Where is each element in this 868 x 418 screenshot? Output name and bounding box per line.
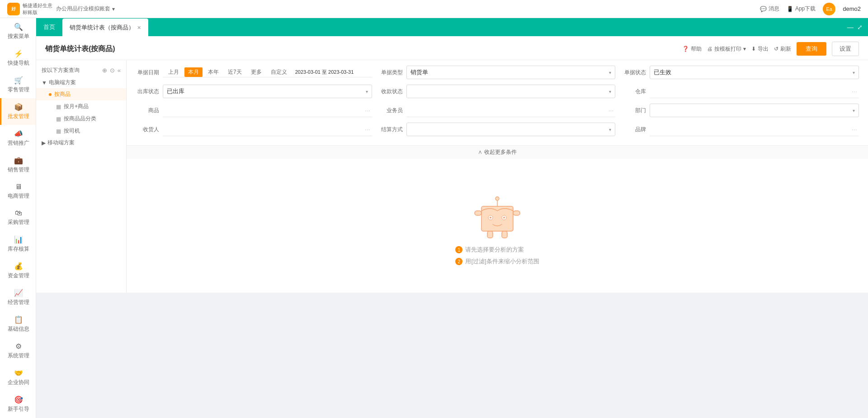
sidebar-item-wholesale[interactable]: 📦 批发管理	[0, 98, 36, 125]
sidebar-item-operation[interactable]: 📈 经营管理	[0, 284, 36, 311]
sidebar-label-operation: 经营管理	[8, 299, 29, 306]
sidebar-label-enterprise: 企业协同	[8, 379, 29, 386]
sidebar-item-guide[interactable]: 🎯 新手引导	[0, 391, 36, 418]
brand-cell: 品牌 ···	[623, 123, 859, 136]
warehouse-input[interactable]: ···	[650, 85, 859, 98]
settlement-select[interactable]: ▾	[406, 123, 616, 136]
content-area: 首页 销货单统计表（按商品） ✕ — ⤢ 销货单统计表(按商品) ❓	[36, 18, 868, 418]
tab-home[interactable]: 首页	[36, 18, 62, 36]
page-title: 销货单统计表(按商品)	[45, 44, 115, 54]
sidebar-item-enterprise[interactable]: 🤝 企业协同	[0, 364, 36, 391]
goods-dots[interactable]: ···	[365, 107, 370, 114]
sidebar-item-shortcut[interactable]: ⚡ 快捷导航	[0, 45, 36, 71]
sidebar-item-retail[interactable]: 🛒 零售管理	[0, 71, 36, 98]
help-icon: ❓	[682, 46, 689, 52]
sidebar-item-system[interactable]: ⚙ 系统管理	[0, 337, 36, 364]
title-actions: ❓ 帮助 🖨 按模板打印 ▾ ⬇ 导出 ↺	[682, 42, 859, 56]
sidebar-item-inventory[interactable]: 📊 库存核算	[0, 231, 36, 257]
message-button[interactable]: 💬 消息	[760, 5, 779, 13]
tree-item-month-goods[interactable]: ▦ 按月+商品	[36, 100, 126, 113]
query-button[interactable]: 查询	[797, 42, 826, 56]
export-button[interactable]: ⬇ 导出	[751, 45, 769, 53]
tree-item-goods-category[interactable]: ▦ 按商品品分类	[36, 113, 126, 125]
sidebar-label-search: 搜索菜单	[8, 33, 29, 40]
scheme-settings-icon[interactable]: ⊙	[110, 67, 115, 74]
date-tab-last-month[interactable]: 上月	[165, 67, 183, 77]
out-status-select[interactable]: 已出库 ▾	[163, 85, 372, 98]
top-header: 好 畅捷通好生意 标账版 办公用品行业模拟账套 ▾ 💬 消息 📱 App下载 E…	[0, 0, 868, 18]
brand-label: 品牌	[623, 126, 650, 133]
payment-status-cell: 收款状态 ▾	[379, 85, 616, 98]
goods-input[interactable]: ···	[163, 104, 372, 117]
payment-status-select[interactable]: ▾	[406, 85, 616, 98]
app-download-button[interactable]: 📱 App下载	[787, 5, 816, 13]
brand-input[interactable]: ···	[650, 123, 859, 136]
retail-icon: 🛒	[14, 76, 23, 85]
enterprise-icon: 🤝	[14, 369, 23, 377]
date-tab-this-month[interactable]: 本月	[184, 67, 203, 77]
collapse-panel-icon[interactable]: «	[118, 67, 121, 74]
print-icon: 🖨	[707, 46, 712, 52]
sidebar-item-search[interactable]: 🔍 搜索菜单	[0, 18, 36, 45]
help-button[interactable]: ❓ 帮助	[682, 45, 702, 53]
receiver-cell: 收货人 ···	[136, 123, 372, 136]
page-inner: 销货单统计表(按商品) ❓ 帮助 🖨 按模板打印 ▾ ⬇	[36, 36, 868, 293]
date-tab-this-year[interactable]: 本年	[204, 67, 222, 77]
operation-icon: 📈	[14, 289, 23, 297]
tree-item-by-goods[interactable]: 按商品	[36, 88, 126, 100]
sidebar-item-marketing[interactable]: 📣 营销推广	[0, 125, 36, 152]
warehouse-dots[interactable]: ···	[852, 88, 857, 95]
doc-type-label: 单据类型	[379, 69, 406, 76]
header-left: 好 畅捷通好生意 标账版 办公用品行业模拟账套 ▾	[7, 2, 115, 15]
sidebar-label-marketing: 营销推广	[8, 139, 29, 147]
svg-rect-8	[513, 211, 520, 215]
tab-maximize-icon[interactable]: ⤢	[857, 24, 863, 31]
message-icon: 💬	[760, 6, 767, 12]
panel-header-actions: ⊕ ⊙ «	[102, 67, 121, 74]
date-tab-custom[interactable]: 自定义	[267, 67, 291, 77]
brand-dots[interactable]: ···	[852, 126, 857, 133]
refresh-button[interactable]: ↺ 刷新	[774, 45, 791, 53]
app-logo-icon: 好	[7, 3, 20, 15]
sidebar-item-purchase[interactable]: 🛍 采购管理	[0, 204, 36, 231]
purchase-icon: 🛍	[15, 209, 22, 217]
tab-close-icon[interactable]: ✕	[137, 25, 141, 31]
empty-tips: 1 请先选择要分析的方案 2 用[过滤]条件来缩小分析范围	[455, 246, 539, 266]
sidebar-label-wholesale: 批发管理	[8, 113, 29, 120]
tree-collapsed-icon: ▶	[42, 140, 46, 146]
marketing-icon: 📣	[14, 129, 23, 138]
sidebar-item-sales[interactable]: 💼 销售管理	[0, 152, 36, 178]
doc-type-select[interactable]: 销货单 ▾	[406, 66, 616, 79]
dept-select[interactable]: ▾	[650, 104, 859, 117]
tree-item-driver[interactable]: ▦ 按司机	[36, 125, 126, 137]
dept-label: 部门	[623, 107, 650, 114]
tab-sales-report[interactable]: 销货单统计表（按商品） ✕	[62, 19, 148, 37]
settings-button[interactable]: 设置	[832, 42, 859, 56]
logo-area: 好 畅捷通好生意 标账版	[7, 2, 52, 15]
salesperson-dots[interactable]: ···	[609, 107, 614, 114]
main-layout: 🔍 搜索菜单 ⚡ 快捷导航 🛒 零售管理 📦 批发管理 📣 营销推广 💼 销售管…	[0, 18, 868, 418]
salesperson-label: 业务员	[379, 107, 406, 114]
tab-minimize-icon[interactable]: —	[847, 24, 854, 31]
receiver-label: 收货人	[136, 126, 163, 133]
date-tab-7days[interactable]: 近7天	[224, 67, 245, 77]
settlement-chevron: ▾	[609, 127, 611, 132]
dept-cell: 部门 ▾	[623, 104, 859, 117]
sidebar-item-basic[interactable]: 📋 基础信息	[0, 311, 36, 337]
sidebar-label-inventory: 库存核算	[8, 245, 29, 253]
print-button[interactable]: 🖨 按模板打印 ▾	[707, 45, 746, 53]
date-tab-more[interactable]: 更多	[247, 67, 265, 77]
salesperson-input[interactable]: ···	[406, 104, 616, 117]
out-status-chevron: ▾	[366, 89, 368, 94]
sidebar-item-finance[interactable]: 💰 资金管理	[0, 257, 36, 284]
sidebar-item-ecommerce[interactable]: 🖥 电商管理	[0, 178, 36, 204]
workspace-selector[interactable]: 办公用品行业模拟账套 ▾	[56, 5, 115, 13]
collapse-bar[interactable]: ∧ 收起更多条件	[127, 145, 868, 159]
out-status-label: 出库状态	[136, 88, 163, 95]
tab-controls: — ⤢	[847, 24, 868, 31]
receiver-input[interactable]: ···	[163, 123, 372, 136]
user-avatar[interactable]: Ea	[823, 3, 835, 15]
add-scheme-icon[interactable]: ⊕	[102, 67, 107, 74]
doc-status-select[interactable]: 已生效 ▾	[650, 66, 859, 79]
receiver-dots[interactable]: ···	[365, 126, 370, 133]
